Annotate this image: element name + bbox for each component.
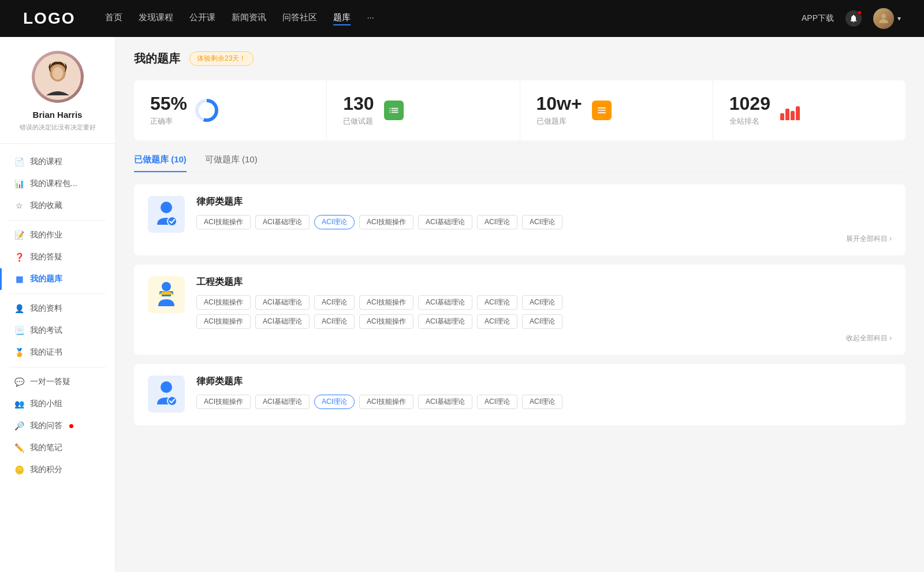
sidebar-item-notes[interactable]: ✏️ 我的笔记 — [0, 437, 115, 459]
tag-2-5[interactable]: ACI基础理论 — [418, 295, 472, 310]
sidebar-label-points: 我的积分 — [30, 465, 62, 475]
bank-icon-engineer — [148, 276, 185, 313]
tab-done-banks[interactable]: 已做题库 (10) — [134, 154, 187, 172]
profile-name: Brian Harris — [33, 110, 83, 120]
tag-1-6[interactable]: ACI理论 — [477, 215, 517, 229]
edit-icon: 📝 — [14, 230, 24, 240]
tag-3-7[interactable]: ACI理论 — [522, 395, 562, 409]
stat-done-questions-value: 130 — [343, 94, 374, 113]
pie-chart-icon — [195, 99, 218, 122]
bank-card-2-header: 工程类题库 ACI技能操作 ACI基础理论 ACI理论 ACI技能操作 ACI基… — [148, 276, 892, 343]
sidebar-item-certificates[interactable]: 🏅 我的证书 — [0, 341, 115, 363]
tag-3-2[interactable]: ACI基础理论 — [255, 395, 310, 409]
engineer-icon — [152, 280, 180, 310]
nav-home[interactable]: 首页 — [105, 12, 122, 25]
divider-2 — [9, 294, 106, 294]
sidebar-item-answers[interactable]: ❓ 我的答疑 — [0, 246, 115, 268]
tag-2-r2-2[interactable]: ACI基础理论 — [255, 314, 310, 329]
bank-card-1-content: 律师类题库 ACI技能操作 ACI基础理论 ACI理论 ACI技能操作 ACI基… — [196, 196, 892, 244]
bell-icon — [849, 14, 858, 23]
sidebar-label-notes: 我的笔记 — [30, 443, 62, 453]
tag-2-r2-6[interactable]: ACI理论 — [477, 314, 517, 329]
nav-more[interactable]: ··· — [367, 12, 374, 25]
expand-link-1[interactable]: 展开全部科目 › — [196, 234, 892, 244]
sidebar-item-groups[interactable]: 👥 我的小组 — [0, 393, 115, 415]
svg-point-11 — [167, 396, 177, 406]
sidebar-label-exams: 我的考试 — [30, 325, 62, 336]
tag-2-r2-5[interactable]: ACI基础理论 — [418, 314, 472, 329]
collapse-link-2[interactable]: 收起全部科目 › — [196, 333, 892, 343]
tag-1-7[interactable]: ACI理论 — [522, 215, 562, 229]
sidebar-label-my-questions: 我的问答 — [30, 421, 62, 431]
bank-card-3-header: 律师类题库 ACI技能操作 ACI基础理论 ACI理论 ACI技能操作 ACI基… — [148, 376, 892, 414]
question-badge — [69, 424, 73, 428]
stat-ranking: 1029 全站排名 — [713, 80, 906, 140]
tag-3-5[interactable]: ACI基础理论 — [418, 395, 472, 409]
sidebar-item-one-on-one[interactable]: 💬 一对一答疑 — [0, 371, 115, 393]
tag-2-6[interactable]: ACI理论 — [477, 295, 517, 310]
tag-3-4[interactable]: ACI技能操作 — [359, 395, 413, 409]
nav-opencourse[interactable]: 公开课 — [189, 12, 215, 25]
svg-point-4 — [53, 67, 63, 80]
tag-1-4[interactable]: ACI技能操作 — [359, 215, 413, 229]
sidebar-item-homework[interactable]: 📝 我的作业 — [0, 224, 115, 246]
nav-qa[interactable]: 问答社区 — [282, 12, 317, 25]
sidebar-item-my-questions[interactable]: 🔎 我的问答 — [0, 415, 115, 437]
sidebar-item-exams[interactable]: 📃 我的考试 — [0, 320, 115, 341]
stat-accuracy-label: 正确率 — [150, 116, 187, 127]
tag-1-1[interactable]: ACI技能操作 — [196, 215, 251, 229]
coin-icon: 🪙 — [14, 465, 24, 475]
sidebar-item-points[interactable]: 🪙 我的积分 — [0, 459, 115, 481]
sidebar-item-course-packages[interactable]: 📊 我的课程包... — [0, 173, 115, 195]
tag-2-r2-1[interactable]: ACI技能操作 — [196, 314, 251, 329]
tag-2-2[interactable]: ACI基础理论 — [255, 295, 310, 310]
nav-questionbank[interactable]: 题库 — [333, 12, 351, 25]
tag-2-3[interactable]: ACI理论 — [314, 295, 355, 310]
sidebar-label-favorites: 我的收藏 — [30, 200, 62, 211]
app-download-button[interactable]: APP下载 — [802, 13, 834, 24]
tag-3-1[interactable]: ACI技能操作 — [196, 395, 251, 409]
tag-3-3[interactable]: ACI理论 — [314, 395, 355, 409]
tag-2-r2-7[interactable]: ACI理论 — [522, 314, 562, 329]
nav-discover[interactable]: 发现课程 — [139, 12, 173, 25]
tag-2-7[interactable]: ACI理论 — [522, 295, 562, 310]
tag-2-1[interactable]: ACI技能操作 — [196, 295, 251, 310]
stat-ranking-label: 全站排名 — [729, 116, 770, 127]
tag-2-r2-4[interactable]: ACI技能操作 — [359, 314, 413, 329]
stats-row: 55% 正确率 130 已做试题 — [134, 80, 906, 140]
bank-icon-lawyer-1 — [148, 196, 185, 233]
chevron-down-icon: ▾ — [897, 14, 901, 23]
stat-done-questions-text: 130 已做试题 — [343, 94, 374, 127]
stat-done-questions-label: 已做试题 — [343, 116, 374, 127]
tag-1-5[interactable]: ACI基础理论 — [418, 215, 472, 229]
nav-news[interactable]: 新闻资讯 — [232, 12, 266, 25]
bank-title-3: 律师类题库 — [196, 376, 892, 388]
main-content: 我的题库 体验剩余23天！ 55% 正确率 130 已做试题 — [116, 37, 924, 572]
tag-1-3[interactable]: ACI理论 — [314, 215, 355, 229]
sidebar-item-profile[interactable]: 👤 我的资料 — [0, 298, 115, 320]
sidebar-item-favorites[interactable]: ☆ 我的收藏 — [0, 195, 115, 217]
user-avatar-button[interactable]: ▾ — [873, 8, 901, 29]
sidebar-item-courses[interactable]: 📄 我的课程 — [0, 151, 115, 173]
list-green-icon — [382, 99, 405, 122]
stat-done-banks: 10w+ 已做题库 — [520, 80, 713, 140]
sidebar-item-questionbank[interactable]: ▦ 我的题库 — [0, 268, 115, 290]
tag-2-r2-3[interactable]: ACI理论 — [314, 314, 355, 329]
tag-2-4[interactable]: ACI技能操作 — [359, 295, 413, 310]
notification-bell[interactable] — [845, 10, 862, 27]
sidebar-profile: Brian Harris 错误的决定比没有决定要好 — [0, 51, 115, 144]
bank-icon — [596, 105, 608, 116]
stat-done-banks-text: 10w+ 已做题库 — [536, 94, 582, 127]
svg-point-0 — [881, 14, 886, 18]
stat-done-banks-label: 已做题库 — [536, 116, 582, 127]
tag-1-2[interactable]: ACI基础理论 — [255, 215, 310, 229]
list-yellow-icon — [590, 99, 613, 122]
nav-right: APP下载 ▾ — [802, 8, 901, 29]
bank-tabs: 已做题库 (10) 可做题库 (10) — [134, 154, 906, 173]
divider-3 — [9, 367, 106, 367]
bank-card-2: 工程类题库 ACI技能操作 ACI基础理论 ACI理论 ACI技能操作 ACI基… — [134, 265, 906, 355]
tag-3-6[interactable]: ACI理论 — [477, 395, 517, 409]
list-green-bg — [384, 101, 404, 120]
bank-card-1-header: 律师类题库 ACI技能操作 ACI基础理论 ACI理论 ACI技能操作 ACI基… — [148, 196, 892, 244]
tab-available-banks[interactable]: 可做题库 (10) — [205, 154, 258, 172]
